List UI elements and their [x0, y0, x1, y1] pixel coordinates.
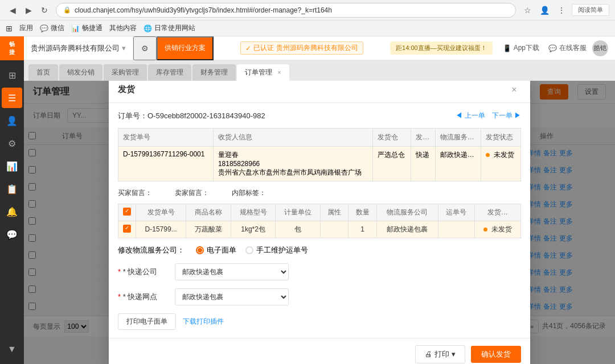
ship-no-cell: D-157991367711296-0001 [118, 146, 214, 181]
nav-buttons: ◀ ▶ ↻ [6, 3, 51, 17]
sidebar-item-home[interactable]: ⊞ [2, 65, 22, 85]
express-cell: 快递 [411, 146, 436, 181]
goods-table: 发货单号 商品名称 规格型号 计量单位 属性 数量 物流服务公司 运单号 发货… [118, 204, 521, 238]
tab-purchase[interactable]: 采购管理 [104, 64, 147, 81]
tab-home[interactable]: 首页 [28, 64, 58, 81]
warehouse-cell: 严选总仓 [372, 146, 411, 181]
reading-mode-button[interactable]: 阅读简单 [572, 4, 609, 16]
electronic-bill-option[interactable]: 电子面单 [196, 245, 236, 255]
alert-banner[interactable]: 距14:00直播—买现业建议福蛋！ [390, 42, 493, 55]
online-service-button[interactable]: 💬 在线客服 [545, 41, 590, 55]
goods-col-attr: 属性 [320, 204, 348, 221]
goods-unit: 包 [276, 221, 321, 238]
print-button[interactable]: 🖨 打印 ▾ [415, 345, 465, 363]
sidebar-item-reports[interactable]: 📊 [2, 156, 22, 176]
modal-close-button[interactable]: × [507, 83, 521, 97]
ship-col-warehouse: 发货仓 [372, 128, 411, 146]
sidebar-item-settings[interactable]: ⚙ [2, 133, 22, 154]
user-account-button[interactable]: 👤 [538, 3, 551, 17]
menu-button[interactable]: ⋮ [555, 3, 568, 17]
address-bar[interactable]: 🔒 cloud.chanjet.com/hsy/uwh9uid3y9fl/ytv… [56, 3, 516, 18]
electronic-bill-radio[interactable] [196, 246, 204, 254]
bookmark-daily[interactable]: 🌐 日常使用网站 [144, 23, 195, 33]
ship-col-receiver: 收货人信息 [213, 128, 372, 146]
tab-orders[interactable]: 订单管理 × [237, 64, 289, 81]
sidebar-bottom: ▼ [2, 339, 22, 359]
sidebar-item-orders[interactable]: ☰ [2, 88, 22, 108]
goods-name: 万蔬酸菜 [186, 221, 231, 238]
express-site-wrapper: 邮政快递包裹 [175, 288, 289, 305]
next-order-link[interactable]: 下一单 ▶ [492, 111, 521, 121]
shipment-row: D-157991367711296-0001 量迎春 18185828966 贵… [118, 146, 521, 181]
print-electronic-bill-button[interactable]: 打印电子面单 [118, 313, 176, 330]
forward-button[interactable]: ▶ [22, 3, 35, 17]
goods-status-text: 未发货 [491, 225, 512, 233]
avatar[interactable]: 皓铠 [592, 40, 608, 56]
express-company-wrapper: 邮政快递包裹 [175, 263, 289, 280]
goods-status-dot [483, 228, 487, 231]
modal-overlay: 发货 × 订单号：O-59cebb8f20002-1631843940-982 … [24, 81, 615, 364]
sidebar-item-messages[interactable]: 💬 [2, 224, 22, 245]
app-download-button[interactable]: 📱 App下载 [499, 41, 543, 55]
industry-nav-button[interactable]: 供销行业方案 [157, 36, 214, 60]
company-selector[interactable]: 贵州源码奔腾科技有限公司 ▾ [24, 36, 133, 60]
sidebar-item-documents[interactable]: 📋 [2, 179, 22, 199]
manual-bill-radio[interactable] [245, 246, 253, 254]
goods-ship-no: D-15799... [136, 221, 186, 238]
manual-bill-label: 手工维护运单号 [256, 245, 308, 255]
express-site-select[interactable]: 邮政快递包裹 [175, 288, 289, 305]
goods-qty: 1 [348, 221, 377, 238]
service-icon: 💬 [548, 44, 557, 52]
order-number: 订单号：O-59cebb8f20002-1631843940-982 [118, 111, 265, 121]
refresh-button[interactable]: ↻ [38, 3, 51, 17]
bookmark-label: 其他内容 [109, 23, 137, 33]
goods-spec: 1kg*2包 [231, 221, 276, 238]
logistics-form: 修改物流服务公司： 电子面单 手工维护运单号 [118, 245, 521, 330]
settings-nav-button[interactable]: ⚙ [133, 36, 157, 60]
browser-actions: ☆ 👤 ⋮ 阅读简单 [520, 3, 609, 17]
modal-body: 订单号：O-59cebb8f20002-1631843940-982 ◀ 上一单… [109, 103, 530, 338]
sidebar: ⊞ ☰ 👤 ⚙ 📊 📋 🔔 💬 ▼ [0, 60, 24, 364]
sidebar-item-notifications[interactable]: 🔔 [2, 201, 22, 222]
order-nav: ◀ 上一单 下一单 ▶ [456, 111, 521, 121]
bookmark-other[interactable]: 其他内容 [109, 23, 137, 33]
shipment-table: 发货单号 收货人信息 发货仓 发… 物流服务… 发货状态 [118, 128, 521, 181]
sidebar-item-bottom[interactable]: ▼ [2, 339, 22, 359]
buyer-message-label: 买家留言： [118, 188, 152, 198]
manual-bill-option[interactable]: 手工维护运单号 [245, 245, 308, 255]
download-label: App下载 [514, 43, 539, 53]
goods-col-co: 物流服务公司 [376, 204, 438, 221]
message-row: 买家留言： 卖家留言： 内部标签： [118, 188, 521, 198]
seller-message-label: 卖家留言： [175, 188, 209, 198]
sidebar-item-customers[interactable]: 👤 [2, 110, 22, 131]
confirm-ship-button[interactable]: 确认发货 [471, 346, 521, 363]
ship-col-logistics: 物流服务… [435, 128, 481, 146]
bookmark-chanjet[interactable]: 📊 畅捷通 [71, 23, 102, 33]
bookmark-apps[interactable]: 应用 [19, 23, 33, 33]
prev-order-link[interactable]: ◀ 上一单 [456, 111, 485, 121]
tab-finance[interactable]: 财务管理 [192, 64, 236, 81]
browser-chrome: ◀ ▶ ↻ 🔒 cloud.chanjet.com/hsy/uwh9uid3y9… [0, 0, 615, 20]
app-logo: 畅捷 [0, 36, 24, 60]
tab-sales[interactable]: 销发分销 [59, 64, 102, 81]
receiver-cell: 量迎春 18185828966 贵州省六盘水市盘州市盘州市凤鸡南路银杏广场 [213, 146, 372, 181]
wechat-icon: 💬 [40, 24, 48, 32]
header-right: 距14:00直播—买现业建议福蛋！ 📱 App下载 💬 在线客服 皓铠 [390, 40, 615, 56]
url-text: cloud.chanjet.com/hsy/uwh9uid3y9fl/ytvgc… [75, 6, 332, 14]
shipment-modal: 发货 × 订单号：O-59cebb8f20002-1631843940-982 … [109, 81, 530, 364]
download-icon: 📱 [503, 44, 511, 52]
ship-status-cell: 未发货 [481, 146, 520, 181]
goods-row-checkbox[interactable] [123, 225, 131, 233]
goods-col-no: 发货单号 [136, 204, 186, 221]
back-button[interactable]: ◀ [6, 3, 19, 17]
goods-col-tracking: 运单号 [438, 204, 474, 221]
bookmark-wechat[interactable]: 💬 微信 [40, 23, 64, 33]
tab-inventory[interactable]: 库存管理 [148, 64, 191, 81]
goods-col-name: 商品名称 [186, 204, 231, 221]
goods-select-all[interactable] [123, 208, 131, 216]
download-plugin-button[interactable]: 下载打印插件 [183, 313, 224, 330]
tab-orders-close[interactable]: × [277, 69, 281, 76]
star-button[interactable]: ☆ [520, 3, 534, 17]
electronic-bill-label: 电子面单 [207, 245, 236, 255]
express-company-select[interactable]: 邮政快递包裹 [175, 263, 289, 280]
